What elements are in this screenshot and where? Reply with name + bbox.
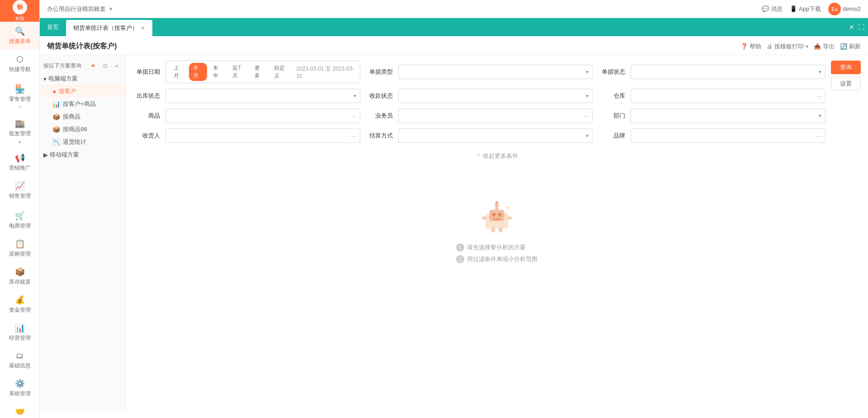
goods-input[interactable]: ··· <box>165 109 360 123</box>
sidebar: 畅 标版 🔍 搜索菜单 ⬡ 快捷导航 🏪 零售管理 ▾ 🏬 批发管理 ▴ 📢 营… <box>0 0 40 418</box>
sidebar-item-inventory[interactable]: 📦 库存核算 <box>0 262 40 290</box>
returns-icon: 📉 <box>52 138 60 146</box>
dept-select[interactable]: ▾ <box>631 109 826 123</box>
svg-rect-6 <box>507 217 512 220</box>
staff-input[interactable]: ··· <box>398 109 593 123</box>
out-status-select[interactable]: ▾ <box>165 89 360 103</box>
scheme-item-returns[interactable]: 📉 退货统计 <box>40 136 125 148</box>
sidebar-item-operations[interactable]: 📊 经营管理 <box>0 318 40 347</box>
app-download-btn[interactable]: 📱 App下载 <box>790 5 821 13</box>
tab-controls: ✕ ⛶ <box>849 24 864 31</box>
dept-label: 部门 <box>598 112 625 120</box>
warehouse-label: 仓库 <box>598 92 625 100</box>
tab-sales-stat[interactable]: 销货单统计表（按客户） ✕ <box>66 20 152 36</box>
doc-type-select[interactable]: ▾ <box>398 65 593 79</box>
settings-button[interactable]: 设置 <box>831 77 861 90</box>
hint-num-2: 2 <box>456 255 464 263</box>
scheme-group-mobile-header[interactable]: ▶ 移动端方案 <box>40 148 125 161</box>
export-btn[interactable]: 📤 导出 <box>814 43 835 51</box>
date-btn-this-year[interactable]: 本年 <box>209 63 226 81</box>
sidebar-item-cooperation[interactable]: 🤝 企业协同 <box>0 402 40 418</box>
doc-status-select[interactable]: ▾ <box>631 65 826 79</box>
warehouse-more-icon[interactable]: ··· <box>816 93 821 100</box>
sidebar-item-quicknav[interactable]: ⬡ 快捷导航 <box>0 50 40 78</box>
date-btn-this-month[interactable]: 本月 <box>189 63 207 81</box>
date-btn-7days[interactable]: 近7天 <box>228 63 249 81</box>
right-panel: 单据日期 上月 本月 本年 近7天 更多 自定义 20 <box>126 55 868 412</box>
sidebar-item-finance[interactable]: 💰 资金管理 <box>0 290 40 318</box>
add-scheme-btn[interactable]: + <box>88 61 98 71</box>
settings-scheme-btn[interactable]: ⊙ <box>100 61 110 71</box>
sidebar-item-purchase[interactable]: 📋 采购管理 <box>0 234 40 262</box>
maximize-icon[interactable]: ⛶ <box>858 24 864 31</box>
date-btn-custom[interactable]: 自定义 <box>270 63 292 81</box>
tab-close-icon[interactable]: ✕ <box>141 25 145 31</box>
date-btn-last-month[interactable]: 上月 <box>170 63 187 81</box>
collapse-panel-btn[interactable]: « <box>112 61 122 71</box>
query-button[interactable]: 查询 <box>831 61 861 74</box>
scheme-item-by-customer[interactable]: ● 按客户 <box>40 85 125 98</box>
sidebar-item-system[interactable]: ⚙️ 系统管理 <box>0 374 40 402</box>
close-window-icon[interactable]: ✕ <box>849 24 854 31</box>
receiver-input[interactable]: ··· <box>165 128 360 143</box>
empty-state: 1 请先选择要分析的方案 2 用过滤条件来缩小分析范围 <box>133 164 861 294</box>
mobile-group-arrow: ▶ <box>43 152 48 158</box>
date-filter-container[interactable]: 上月 本月 本年 近7天 更多 自定义 2023-03-01 至 2023-03… <box>165 61 360 83</box>
operations-icon: 📊 <box>15 323 25 333</box>
message-icon: 💬 <box>762 5 769 12</box>
warehouse-input[interactable]: ··· <box>631 89 826 103</box>
refresh-btn[interactable]: 🔄 刷新 <box>840 43 861 51</box>
scheme-group-pc: ▾ 电脑端方案 ● 按客户 📊 按客户+商品 📦 按商品 <box>40 72 125 148</box>
download-icon: 📱 <box>790 5 797 12</box>
sidebar-item-search[interactable]: 🔍 搜索菜单 <box>0 22 40 50</box>
goods-more-icon[interactable]: ··· <box>351 113 356 119</box>
receive-status-label: 收款状态 <box>366 92 393 100</box>
nav-icon: ⬡ <box>16 54 24 64</box>
user-avatar: Ea <box>828 3 841 15</box>
retail-icon: 🏪 <box>15 84 25 94</box>
out-status-chevron-icon: ▾ <box>354 93 356 99</box>
main-area: 办公用品行业模拟账套 ▾ 💬 消息 📱 App下载 Ea demo2 首页 <box>40 0 868 418</box>
filter-row-goods: 商品 ··· 业务员 ··· 部门 <box>133 109 826 123</box>
left-panel-header: 按以下方案查询 + ⊙ « <box>40 59 125 72</box>
finance-icon: 💰 <box>15 295 25 305</box>
svg-rect-8 <box>499 228 502 233</box>
print-btn[interactable]: 🖨 按模板打印 ▾ <box>767 43 808 51</box>
topbar-left: 办公用品行业模拟账套 ▾ <box>47 5 113 13</box>
message-btn[interactable]: 💬 消息 <box>762 5 783 13</box>
cooperation-icon: 🤝 <box>15 407 25 417</box>
sidebar-item-retail[interactable]: 🏪 零售管理 ▾ <box>0 80 40 114</box>
sidebar-item-sales[interactable]: 📈 销售管理 <box>0 176 40 204</box>
tabbar: 首页 销货单统计表（按客户） ✕ ✕ ⛶ <box>40 18 868 36</box>
date-btn-more[interactable]: 更多 <box>250 63 268 81</box>
topbar-title: 办公用品行业模拟账套 <box>47 5 106 13</box>
sidebar-item-wholesale[interactable]: 🏬 批发管理 ▴ <box>0 114 40 148</box>
logo-icon: 畅 <box>13 0 27 14</box>
scheme-group-pc-header[interactable]: ▾ 电脑端方案 <box>40 72 125 85</box>
sidebar-item-ecommerce[interactable]: 🛒 电商管理 <box>0 206 40 234</box>
brand-input[interactable]: ··· <box>631 128 826 143</box>
receive-status-select[interactable]: ▾ <box>398 89 593 103</box>
doc-status-chevron-icon: ▾ <box>819 69 821 75</box>
scheme-item-customer-goods[interactable]: 📊 按客户+商品 <box>40 98 125 110</box>
empty-hint-1: 1 请先选择要分析的方案 <box>456 243 538 252</box>
sidebar-logo[interactable]: 畅 标版 <box>0 0 40 22</box>
scheme-item-goods99[interactable]: 📦 按商品99 <box>40 123 125 136</box>
topbar-dropdown-icon[interactable]: ▾ <box>109 5 113 12</box>
goods-label: 商品 <box>133 112 160 120</box>
tab-home[interactable]: 首页 <box>40 18 66 36</box>
collapse-bar[interactable]: ⌃ 收起更多条件 <box>133 148 861 164</box>
empty-hint-2: 2 用过滤条件来缩小分析范围 <box>456 255 538 263</box>
receiver-more-icon[interactable]: ··· <box>351 133 356 139</box>
user-profile[interactable]: Ea demo2 <box>828 3 861 15</box>
basics-icon: 🗂 <box>16 351 24 361</box>
wholesale-icon: 🏬 <box>15 119 25 128</box>
sidebar-item-marketing[interactable]: 📢 营销推广 <box>0 148 40 176</box>
payment-select[interactable]: ▾ <box>398 128 593 143</box>
help-btn[interactable]: ❓ 帮助 <box>741 43 761 51</box>
scheme-item-by-goods[interactable]: 📦 按商品 <box>40 110 125 123</box>
staff-more-icon[interactable]: ··· <box>584 113 589 119</box>
system-icon: ⚙️ <box>15 379 25 389</box>
brand-more-icon[interactable]: ··· <box>816 133 821 139</box>
sidebar-item-basics[interactable]: 🗂 基础信息 <box>0 347 40 374</box>
